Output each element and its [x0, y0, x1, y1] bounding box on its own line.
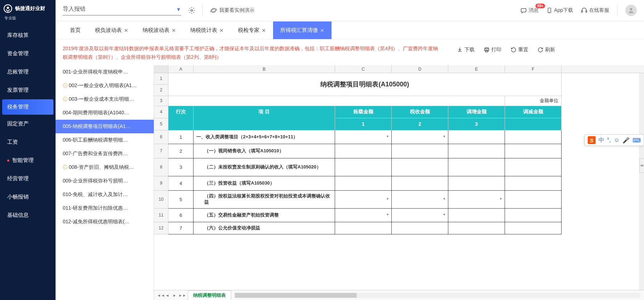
- cell[interactable]: 5: [168, 191, 194, 209]
- cell[interactable]: 2: [168, 144, 194, 158]
- close-icon[interactable]: ✕: [320, 28, 324, 33]
- row-header[interactable]: 4: [154, 106, 168, 118]
- report-list-item[interactable]: 012-减免所得税优惠明细表(…: [56, 215, 154, 229]
- page-tab[interactable]: 税检专家✕: [231, 22, 273, 39]
- report-list-item[interactable]: 001-企业所得税年度纳税申…: [56, 65, 154, 79]
- sheet-tab[interactable]: 纳税调整明细表: [188, 290, 231, 300]
- col-header-f[interactable]: F: [505, 65, 562, 73]
- cell[interactable]: [392, 158, 448, 176]
- report-list-item[interactable]: 010-免税、减计收入及加计…: [56, 188, 154, 201]
- cell[interactable]: [505, 144, 562, 158]
- sidebar-item[interactable]: 发票管理: [0, 81, 56, 99]
- help-icon[interactable]: ⓘ: [63, 82, 67, 89]
- sidebar-item[interactable]: 库存核算: [0, 26, 56, 44]
- cell[interactable]: [335, 176, 392, 191]
- row-header[interactable]: 2: [154, 85, 168, 96]
- report-list-item[interactable]: 011-研发费用加计扣除优惠…: [56, 201, 154, 215]
- sheet-nav-last[interactable]: ►►: [178, 293, 185, 297]
- ime-emoji-icon[interactable]: ☺: [614, 137, 620, 143]
- page-tab[interactable]: 首页: [63, 22, 88, 39]
- help-icon[interactable]: ⓘ: [63, 164, 67, 171]
- col-header-a[interactable]: A: [168, 65, 194, 73]
- report-list-item[interactable]: 009-企业所得税弥补亏损明…: [56, 174, 154, 188]
- cell[interactable]: （六）公允价值变动净损益: [194, 222, 335, 234]
- sidebar-item[interactable]: 经营管理: [0, 170, 56, 188]
- grid-body[interactable]: 1 2 纳税调整项目明细表(A105000) 3 金额单位 4 行次: [154, 73, 644, 290]
- unit-label[interactable]: 金额单位: [505, 96, 562, 106]
- download-button[interactable]: 下载: [457, 47, 474, 53]
- cell[interactable]: （四）按权益法核算长期股权投资对初始投资成本调整确认收益: [194, 191, 335, 209]
- sidebar-item[interactable]: 固定资产: [0, 115, 56, 133]
- cell[interactable]: [448, 130, 505, 144]
- collapse-handle[interactable]: ≪: [639, 158, 644, 173]
- cell[interactable]: 6: [168, 209, 194, 222]
- sheet-nav-prev[interactable]: ◄: [164, 293, 171, 297]
- select-all-corner[interactable]: [154, 65, 168, 73]
- cell[interactable]: 1: [168, 130, 194, 144]
- row-header[interactable]: 1: [154, 73, 168, 85]
- report-list-item[interactable]: ⓘ002-一般企业收入明细表(A1…: [56, 79, 154, 92]
- vertical-scrollbar[interactable]: [639, 73, 644, 290]
- sidebar-item[interactable]: 税务管理: [2, 99, 53, 115]
- sheet-nav-next[interactable]: ►: [171, 293, 178, 297]
- cell[interactable]: 一、收入类调整项目（2+3+4+5+6+7+8+10+11）: [194, 130, 335, 144]
- cell[interactable]: [505, 209, 562, 222]
- cell[interactable]: [448, 176, 505, 191]
- cell[interactable]: [392, 176, 448, 191]
- cell[interactable]: [392, 144, 448, 158]
- sheet-nav-first[interactable]: ◄◄: [157, 293, 163, 297]
- cell[interactable]: [505, 176, 562, 191]
- sidebar-item[interactable]: 智能管理: [0, 151, 56, 170]
- report-list-item[interactable]: ⓘ003-一般企业成本支出明细…: [56, 92, 154, 106]
- sheet-title[interactable]: 纳税调整项目明细表(A105000): [168, 73, 562, 96]
- col-header-d[interactable]: D: [392, 65, 448, 73]
- row-header[interactable]: 12: [154, 222, 168, 234]
- report-list-item[interactable]: ⓘ008-资产折旧、摊销及纳税…: [56, 161, 154, 174]
- cell[interactable]: *: [335, 130, 392, 144]
- report-list-item[interactable]: 004-期间费用明细表(A1040…: [56, 106, 154, 120]
- ime-lang[interactable]: 中: [598, 137, 604, 144]
- avatar[interactable]: [625, 5, 637, 16]
- ime-punct-icon[interactable]: °,: [607, 137, 611, 143]
- cell[interactable]: （三）投资收益（填写A105030）: [194, 176, 335, 191]
- cell[interactable]: *: [392, 191, 448, 209]
- cell[interactable]: [505, 222, 562, 234]
- page-tab[interactable]: 纳税波动表✕: [135, 22, 183, 39]
- ime-keyboard-icon[interactable]: ⌨: [633, 137, 641, 144]
- search-input[interactable]: 导入报错 ▼: [63, 5, 181, 15]
- horizontal-scrollbar[interactable]: [235, 293, 640, 298]
- help-icon[interactable]: ⓘ: [63, 96, 67, 103]
- cell[interactable]: [448, 144, 505, 158]
- sidebar-item[interactable]: 工资: [0, 133, 56, 151]
- reset-button[interactable]: 重置: [511, 47, 528, 53]
- cell[interactable]: 4: [168, 176, 194, 191]
- sidebar-item[interactable]: 基础信息: [0, 206, 56, 224]
- gear-icon[interactable]: [188, 7, 195, 14]
- cell[interactable]: [335, 144, 392, 158]
- cell[interactable]: 7: [168, 222, 194, 234]
- cell[interactable]: [335, 158, 392, 176]
- cell[interactable]: （五）交易性金融资产初始投资调整: [194, 209, 335, 222]
- report-list-item[interactable]: 007-广告费和业务宣传费跨…: [56, 147, 154, 161]
- page-tab[interactable]: 纳税统计表✕: [183, 22, 231, 39]
- page-tab[interactable]: 税负波动表✕: [88, 22, 135, 39]
- row-header[interactable]: 3: [154, 96, 168, 106]
- cell[interactable]: [505, 130, 562, 144]
- ime-toolbar[interactable]: S 中 °, ☺ 🎤 ⌨: [585, 134, 644, 146]
- cell[interactable]: *: [392, 130, 448, 144]
- cell[interactable]: *: [335, 209, 392, 222]
- refresh-button[interactable]: 刷新: [538, 47, 555, 53]
- col-header-e[interactable]: E: [448, 65, 505, 73]
- cell[interactable]: [505, 191, 562, 209]
- cell[interactable]: [448, 158, 505, 176]
- sidebar-item[interactable]: 小畅报销: [0, 188, 56, 206]
- cell[interactable]: *: [335, 191, 392, 209]
- app-download-button[interactable]: App下载: [547, 7, 573, 14]
- cell[interactable]: 3: [168, 158, 194, 176]
- row-header[interactable]: 8: [154, 158, 168, 176]
- page-tab[interactable]: 所得税汇算清缴✕: [273, 22, 331, 39]
- customer-service-button[interactable]: 在线客服: [581, 7, 609, 14]
- cell[interactable]: *: [448, 191, 505, 209]
- cell[interactable]: [448, 209, 505, 222]
- close-icon[interactable]: ✕: [124, 28, 128, 33]
